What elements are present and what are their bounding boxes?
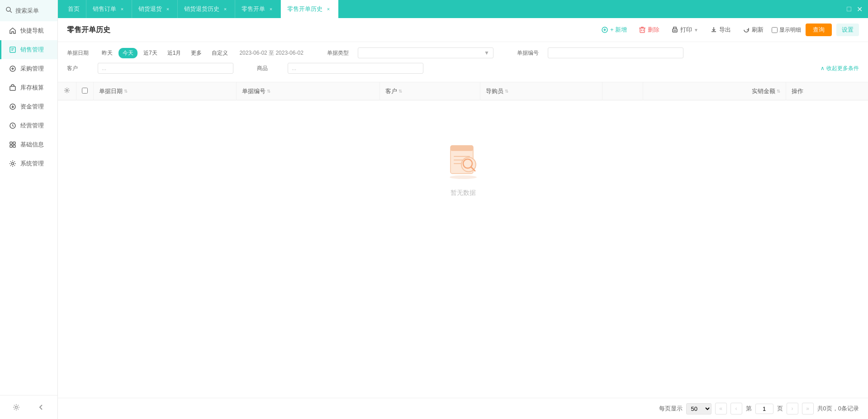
sidebar-bottom (0, 395, 57, 419)
date-range-display: 2023-06-02 至 2023-06-02 (239, 49, 303, 57)
search-btn[interactable]: 搜索采单 (0, 0, 57, 21)
sort-number[interactable]: 单据编号 ⇅ (242, 87, 270, 95)
sidebar-item-label: 销售管理 (20, 46, 44, 54)
tab-retail-open-close[interactable]: × (268, 6, 274, 12)
next-page-btn[interactable]: › (787, 403, 798, 414)
tab-retail-open[interactable]: 零售开单 × (235, 0, 281, 18)
tab-sales-order[interactable]: 销售订单 × (86, 0, 132, 18)
collapse-filter-btn[interactable]: ∧ 收起更多条件 (821, 65, 859, 72)
page-label: 第 (746, 405, 752, 413)
th-salesperson: 导购员 ⇅ (480, 82, 602, 100)
number-label: 单据编号 (517, 49, 542, 57)
tab-home[interactable]: 首页 (62, 0, 86, 18)
th-customer: 客户 ⇅ (379, 82, 480, 100)
tab-bar: 首页 销售订单 × 销货退货 × 销货退货历史 × 零售开单 × 零售开单历史 … (58, 0, 868, 18)
sidebar-item-inventory[interactable]: 库存核算 (0, 78, 57, 97)
tab-retail-open-label: 零售开单 (242, 5, 265, 13)
total-info: 共0页，0条记录 (817, 405, 859, 413)
tab-sales-order-close[interactable]: × (119, 6, 125, 12)
sidebar-item-operations[interactable]: 经营管理 (0, 116, 57, 135)
restore-window-btn[interactable]: □ (845, 3, 853, 15)
tab-sales-return-close[interactable]: × (165, 6, 171, 12)
product-input[interactable]: ... (288, 63, 423, 74)
add-button[interactable]: + 新增 (598, 24, 631, 36)
table-header-row: 单据日期 ⇅ 单据编号 ⇅ 客户 (58, 82, 868, 100)
finance-icon (9, 103, 17, 111)
filter-area: 单据日期 昨天 今天 近7天 近1月 更多 自定义 2023-06-02 至 2… (58, 42, 868, 82)
type-select[interactable]: ▼ (358, 47, 493, 58)
collapse-label: 收起更多条件 (826, 65, 859, 72)
sidebar-item-finance[interactable]: 资金管理 (0, 97, 57, 116)
filter-row-2: 客户 ... 商品 ... ∧ 收起更多条件 (67, 63, 859, 74)
select-all-checkbox[interactable] (82, 88, 88, 94)
prev-page-btn[interactable]: ‹ (730, 403, 742, 414)
page-content: 零售开单历史 + 新增 删除 (58, 18, 868, 419)
sort-salesperson-icon: ⇅ (505, 89, 508, 94)
main-content: 首页 销售订单 × 销货退货 × 销货退货历史 × 零售开单 × 零售开单历史 … (58, 0, 868, 419)
type-select-arrow: ▼ (484, 50, 489, 56)
first-page-btn[interactable]: « (715, 403, 727, 414)
th-amount: 实销金额 ⇅ (643, 82, 786, 100)
date-btn-yesterday[interactable]: 昨天 (98, 48, 117, 58)
date-btn-1month[interactable]: 近1月 (163, 48, 185, 58)
sidebar-item-label: 库存核算 (20, 84, 44, 92)
number-input[interactable] (548, 47, 683, 58)
sidebar-item-basic-info[interactable]: 基础信息 (0, 135, 57, 154)
page-size-select[interactable]: 20 50 100 (686, 403, 711, 414)
sort-number-icon: ⇅ (267, 89, 270, 94)
sort-salesperson[interactable]: 导购员 ⇅ (486, 87, 508, 95)
page-number-input[interactable] (755, 404, 773, 414)
close-window-btn[interactable]: ✕ (855, 3, 864, 15)
query-button[interactable]: 查询 (806, 24, 832, 36)
table-settings-icon (63, 87, 71, 94)
customer-input[interactable]: ... (98, 63, 233, 74)
sidebar-item-system[interactable]: 系统管理 (0, 154, 57, 173)
th-settings[interactable] (58, 82, 76, 100)
system-icon (9, 160, 17, 168)
last-page-btn[interactable]: » (802, 403, 814, 414)
sidebar-item-quick-nav[interactable]: 快捷导航 (0, 21, 57, 40)
refresh-button[interactable]: 刷新 (739, 24, 767, 36)
svg-rect-2 (10, 47, 15, 52)
customer-dots: ... (102, 65, 106, 71)
page-header: 零售开单历史 + 新增 删除 (58, 18, 868, 42)
print-button[interactable]: 打印 ▼ (668, 24, 702, 36)
tab-retail-open-history[interactable]: 零售开单历史 × (281, 0, 338, 18)
th-empty-spacer (602, 82, 643, 100)
th-checkbox[interactable] (76, 82, 94, 100)
tab-sales-return-history-close[interactable]: × (222, 6, 228, 12)
date-btn-more[interactable]: 更多 (187, 48, 206, 58)
date-btn-today[interactable]: 今天 (119, 48, 138, 58)
empty-text: 暂无数据 (451, 189, 476, 197)
table-wrap: 单据日期 ⇅ 单据编号 ⇅ 客户 (58, 82, 868, 398)
date-btn-custom[interactable]: 自定义 (208, 48, 232, 58)
settings-button[interactable]: 设置 (836, 24, 859, 36)
tab-retail-open-history-close[interactable]: × (325, 6, 332, 12)
svg-point-0 (6, 7, 10, 11)
tab-sales-return[interactable]: 销货退货 × (132, 0, 178, 18)
svg-point-12 (12, 163, 14, 165)
sort-amount[interactable]: 实销金额 ⇅ (752, 87, 780, 95)
sidebar-item-purchase-mgmt[interactable]: 采购管理 (0, 59, 57, 78)
home-icon (9, 27, 17, 35)
tab-sales-return-history[interactable]: 销货退货历史 × (178, 0, 235, 18)
sidebar-item-label: 快捷导航 (20, 27, 44, 35)
th-date: 单据日期 ⇅ (94, 82, 237, 100)
sort-customer[interactable]: 客户 ⇅ (385, 87, 402, 95)
settings-bottom-btn[interactable] (10, 401, 23, 414)
tab-sales-order-label: 销售订单 (93, 5, 116, 13)
sidebar-nav: 快捷导航 销售管理 采购管理 (0, 21, 57, 395)
empty-state-row: 暂无数据 (58, 100, 868, 234)
display-detail-checkbox[interactable]: 显示明细 (772, 26, 801, 34)
sort-date[interactable]: 单据日期 ⇅ (99, 87, 128, 95)
delete-button[interactable]: 删除 (635, 24, 663, 36)
export-button[interactable]: 导出 (707, 24, 735, 36)
search-icon (5, 6, 13, 15)
sidebar-item-sales-mgmt[interactable]: 销售管理 (0, 40, 57, 59)
display-detail-input[interactable] (772, 27, 778, 33)
date-btn-7days[interactable]: 近7天 (139, 48, 161, 58)
sort-customer-icon: ⇅ (398, 89, 402, 94)
collapse-sidebar-btn[interactable] (35, 401, 47, 414)
empty-state: 暂无数据 (58, 100, 868, 233)
toolbar: + 新增 删除 打印 ▼ (598, 24, 859, 36)
